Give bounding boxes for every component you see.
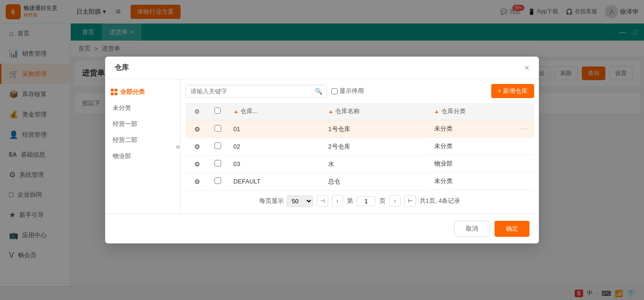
first-page-button[interactable]: ⊣ xyxy=(317,195,328,207)
row-name: 总仓 xyxy=(322,173,428,190)
row-checkbox[interactable] xyxy=(215,160,221,167)
modal-header: 仓库 × xyxy=(105,57,539,79)
table-row[interactable]: ⚙ 01 1号仓库 未分类··· xyxy=(185,120,534,138)
search-icon[interactable]: 🔍 xyxy=(311,85,326,97)
row-gear-cell: ⚙ xyxy=(185,138,209,155)
warehouse-modal: 仓库 × 全部分类 « 未分类 经营一部 经营二部 xyxy=(105,57,539,243)
th-category[interactable]: ▲ 仓库分类 xyxy=(429,103,534,120)
row-checkbox[interactable] xyxy=(215,125,221,132)
show-disabled-checkbox[interactable] xyxy=(331,88,338,94)
row-code: DEFAULT xyxy=(228,173,322,190)
row-category: 未分类 xyxy=(429,173,534,190)
gear-header-icon[interactable]: ⚙ xyxy=(194,108,200,115)
row-gear-cell: ⚙ xyxy=(185,173,209,190)
table-row[interactable]: ⚙ 02 2号仓库 未分类 xyxy=(185,138,534,155)
row-name: 水 xyxy=(322,155,428,173)
cancel-button[interactable]: 取消 xyxy=(454,221,490,237)
page-number-input[interactable] xyxy=(357,196,376,206)
confirm-button[interactable]: 确定 xyxy=(495,221,529,237)
row-checkbox-cell[interactable] xyxy=(209,138,228,155)
row-category: 未分类··· xyxy=(429,120,534,138)
per-page-label: 每页显示 xyxy=(259,197,284,205)
sort-icon-name: ▲ xyxy=(328,108,333,114)
warehouse-table: ⚙ ▲ 仓库... xyxy=(185,103,534,191)
page-unit: 页 xyxy=(380,197,386,205)
show-disabled-wrap: 显示停用 xyxy=(331,87,364,95)
th-name[interactable]: ▲ 仓库名称 xyxy=(322,103,428,120)
grid-icon xyxy=(111,89,117,95)
modal-footer: 取消 确定 xyxy=(105,214,539,243)
row-gear-cell: ⚙ xyxy=(185,120,209,138)
category-item-uncategorized[interactable]: 未分类 xyxy=(105,100,180,116)
row-name: 2号仓库 xyxy=(322,138,428,155)
total-info: 共1页, 4条记录 xyxy=(420,197,461,205)
show-disabled-label: 显示停用 xyxy=(339,87,364,95)
th-code[interactable]: ▲ 仓库... xyxy=(228,103,322,120)
all-category-label: 全部分类 xyxy=(120,88,145,96)
table-row[interactable]: ⚙ 03 水 物业部 xyxy=(185,155,534,173)
sort-icon-category: ▲ xyxy=(434,108,439,114)
select-all-checkbox[interactable] xyxy=(215,108,221,114)
th-checkbox xyxy=(209,103,228,120)
category-item-operations1[interactable]: 经营一部 xyxy=(105,116,180,132)
table-container: ⚙ ▲ 仓库... xyxy=(185,103,534,191)
row-name: 1号仓库 xyxy=(322,120,428,138)
row-category: 未分类 xyxy=(429,138,534,155)
all-category-item[interactable]: 全部分类 « xyxy=(105,84,180,100)
row-checkbox[interactable] xyxy=(215,177,221,184)
pagination-bar: 每页显示 50 20 100 ⊣ ‹ 第 页 › ⊢ 共1页, 4条记录 xyxy=(185,191,534,209)
row-checkbox-cell[interactable] xyxy=(209,155,228,173)
category-item-property[interactable]: 物业部 xyxy=(105,148,180,164)
last-page-button[interactable]: ⊢ xyxy=(405,195,416,207)
th-gear: ⚙ xyxy=(185,103,209,120)
modal-body: 全部分类 « 未分类 经营一部 经营二部 物业部 🔍 xyxy=(105,79,539,214)
category-panel: 全部分类 « 未分类 经营一部 经营二部 物业部 xyxy=(105,79,181,214)
modal-title: 仓库 xyxy=(115,63,129,72)
row-category: 物业部 xyxy=(429,155,534,173)
row-code: 01 xyxy=(228,120,322,138)
per-page-dropdown[interactable]: 50 20 100 xyxy=(287,195,313,207)
row-checkbox[interactable] xyxy=(215,142,221,149)
add-warehouse-button[interactable]: + 新增仓库 xyxy=(491,84,534,98)
page-label: 第 xyxy=(347,197,353,205)
next-page-button[interactable]: › xyxy=(389,195,401,207)
sort-icon-code: ▲ xyxy=(233,108,239,114)
search-wrap: 🔍 xyxy=(185,85,327,98)
per-page-select: 每页显示 50 20 100 xyxy=(259,195,313,207)
row-checkbox-cell[interactable] xyxy=(209,173,228,190)
category-item-operations2[interactable]: 经营二部 xyxy=(105,132,180,148)
row-code: 02 xyxy=(228,138,322,155)
collapse-panel-icon[interactable]: « xyxy=(176,142,180,151)
table-toolbar: 🔍 显示停用 + 新增仓库 xyxy=(185,84,534,98)
row-code: 03 xyxy=(228,155,322,173)
row-actions[interactable]: ··· xyxy=(520,125,528,133)
search-input[interactable] xyxy=(186,85,311,97)
table-panel: 🔍 显示停用 + 新增仓库 ⚙ xyxy=(181,79,539,214)
modal-close-button[interactable]: × xyxy=(524,64,529,72)
table-row[interactable]: ⚙ DEFAULT 总仓 未分类 xyxy=(185,173,534,190)
row-checkbox-cell[interactable] xyxy=(209,120,228,138)
modal-backdrop[interactable]: 仓库 × 全部分类 « 未分类 经营一部 经营二部 xyxy=(0,0,644,300)
table-header-row: ⚙ ▲ 仓库... xyxy=(185,103,534,120)
prev-page-button[interactable]: ‹ xyxy=(332,195,343,207)
row-gear-cell: ⚙ xyxy=(185,155,209,173)
